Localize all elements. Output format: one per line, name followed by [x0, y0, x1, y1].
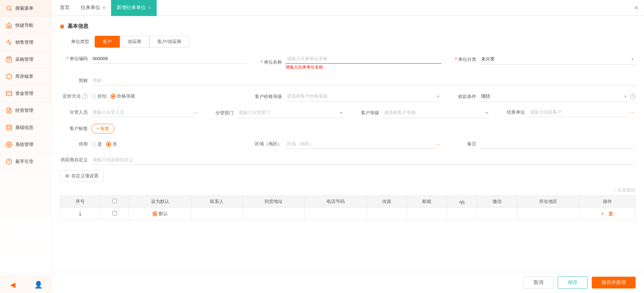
- remark-field: 备注: [448, 139, 636, 149]
- disabled-radio-no[interactable]: 否: [106, 141, 117, 147]
- guide-icon: [6, 158, 13, 165]
- search-icon: [6, 5, 13, 12]
- dept-select[interactable]: 请输入分管部门 ▼: [237, 107, 345, 118]
- cell-region: [517, 208, 579, 220]
- col-address: 到货地址: [242, 196, 305, 208]
- unit-category-select[interactable]: 未分类 ▼: [480, 54, 636, 65]
- manager-field: 分管人员 ···: [60, 107, 199, 117]
- svg-point-7: [7, 125, 11, 127]
- manager-input[interactable]: [91, 107, 192, 117]
- sidebar-item-search[interactable]: 搜索菜单: [0, 0, 51, 17]
- customer-price-field: 客户价格等级 请选择客户价格等级 ▼: [254, 91, 441, 102]
- sidebar-item-finance[interactable]: 资金管理: [0, 85, 51, 102]
- default-radio-item[interactable]: 默认: [133, 211, 188, 217]
- sidebar-item-system[interactable]: 系统管理: [0, 136, 51, 153]
- customer-level-field: 客户等级 请选择客户等级 ▼: [351, 107, 490, 118]
- sidebar: 搜索菜单 快捷导航 销售管理 采购管理 库存核算 资金管理 经营管理: [0, 0, 52, 293]
- sidebar-item-inventory[interactable]: 库存核算: [0, 68, 51, 85]
- window-close-btn[interactable]: ✕: [631, 5, 641, 11]
- add-tag-btn[interactable]: + 标签: [91, 124, 115, 133]
- sidebar-item-purchase[interactable]: 采购管理: [0, 51, 51, 68]
- col-default: 设为默认: [129, 196, 191, 208]
- chart-icon: [6, 39, 13, 46]
- save-button[interactable]: 保存: [558, 276, 588, 289]
- unit-name-input[interactable]: [285, 54, 441, 64]
- unit-code-field: 单位编码: [60, 54, 247, 64]
- tab-new-partner[interactable]: 新增往来单位 ✕: [111, 0, 157, 16]
- disabled-radio-group: 是 否: [91, 139, 117, 149]
- customer-level-chevron: ▼: [485, 111, 489, 115]
- sidebar-user-btn[interactable]: 👤: [26, 276, 52, 293]
- col-qq: qq: [447, 196, 477, 208]
- disabled-field: 停用 是 否: [60, 139, 247, 149]
- area-input[interactable]: [285, 139, 434, 149]
- row-checkbox[interactable]: [112, 211, 117, 215]
- billing-unit-ellipsis-btn[interactable]: ···: [629, 109, 636, 115]
- supplier-custom-input[interactable]: [91, 155, 636, 165]
- disabled-no-circle: [106, 142, 111, 147]
- wallet-icon: [6, 90, 13, 97]
- cell-contact: [191, 208, 242, 220]
- unit-type-both-btn[interactable]: 客户/供应商: [149, 36, 189, 48]
- price-level-radio-circle: [111, 94, 116, 99]
- pricing-help-icon[interactable]: ?: [82, 93, 88, 99]
- customer-level-select[interactable]: 请选择客户等级 ▼: [383, 107, 490, 118]
- save-new-button[interactable]: 保存并新增: [592, 277, 636, 288]
- sidebar-collapse-btn[interactable]: ◀: [0, 276, 26, 293]
- disabled-radio-yes[interactable]: 是: [91, 141, 102, 147]
- col-check: [100, 196, 129, 208]
- cell-check: [100, 208, 129, 220]
- svg-rect-3: [6, 91, 12, 96]
- sidebar-item-operation[interactable]: 经营管理: [0, 102, 51, 119]
- bag-icon: [6, 56, 13, 63]
- tab-new-partner-close[interactable]: ✕: [148, 6, 151, 10]
- cancel-button[interactable]: 取消: [524, 276, 553, 289]
- tab-home[interactable]: 首页: [54, 0, 75, 16]
- area-ellipsis-btn[interactable]: ···: [434, 141, 441, 147]
- section-title: ▣ 基本信息: [60, 23, 636, 30]
- section-icon: ▣: [60, 24, 64, 29]
- manager-ellipsis-btn[interactable]: ···: [192, 109, 199, 115]
- payment-field: 收款条件 现结 ▼ ?: [448, 91, 636, 102]
- select-all-checkbox[interactable]: [112, 199, 117, 203]
- abbr-input[interactable]: [91, 76, 636, 86]
- unit-type-customer-btn[interactable]: 客户: [95, 36, 120, 48]
- cell-action: + 🗑: [579, 208, 636, 220]
- remark-input[interactable]: [480, 139, 636, 149]
- add-row-btn[interactable]: +: [599, 211, 605, 217]
- main-area: 首页 往来单位 ✕ 新增往来单位 ✕ ✕ ▣ 基本信息 单位类型 客户 供应商 …: [52, 0, 644, 293]
- payment-select[interactable]: 现结 ▼: [480, 91, 629, 102]
- tab-partners-close[interactable]: ✕: [102, 6, 105, 10]
- sidebar-item-basic[interactable]: 基础信息: [0, 119, 51, 136]
- unit-category-field: 单位分类 未分类 ▼: [448, 54, 636, 65]
- custom-settings-section: ⚙ 自定义项设置: [60, 170, 636, 186]
- form-row-3: 定价方法 ? 折扣 价格等级 客户价格等级: [60, 91, 636, 102]
- custom-settings-btn[interactable]: ⚙ 自定义项设置: [60, 170, 104, 181]
- payment-help-icon[interactable]: ?: [630, 94, 636, 99]
- batch-delete-row[interactable]: □ 批量删除: [60, 187, 636, 193]
- contacts-table: 序号 设为默认 联系人 到货地址 电话号码 传真 邮箱 qq 微信 所在地区 操…: [60, 195, 636, 220]
- unit-name-field: 单位名称 请输入往来单位名称: [254, 54, 441, 70]
- sidebar-item-guide[interactable]: 新手引导: [0, 153, 51, 170]
- dept-chevron: ▼: [339, 111, 343, 115]
- customer-price-select[interactable]: 请选择客户价格等级 ▼: [285, 91, 441, 102]
- sidebar-item-quicknav[interactable]: 快捷导航: [0, 17, 51, 34]
- pricing-radio-price-level[interactable]: 价格等级: [111, 93, 135, 99]
- batch-delete-icon: □: [613, 188, 616, 193]
- discount-radio-circle: [91, 94, 96, 99]
- billing-unit-input[interactable]: [528, 107, 629, 117]
- pricing-label: 定价方法 ?: [60, 93, 91, 99]
- pricing-field: 定价方法 ? 折扣 价格等级: [60, 91, 247, 101]
- cell-index: 1: [60, 208, 100, 220]
- chevron-down-icon: ▼: [631, 57, 634, 61]
- unit-code-input[interactable]: [91, 54, 247, 64]
- col-contact: 联系人: [191, 196, 242, 208]
- delete-row-btn[interactable]: 🗑: [607, 211, 615, 217]
- cell-default: 默认: [129, 208, 191, 220]
- pricing-radio-discount[interactable]: 折扣: [91, 93, 107, 99]
- tab-partners[interactable]: 往来单位 ✕: [75, 0, 111, 16]
- gear-icon: [6, 141, 13, 148]
- form-footer: 取消 保存 保存并新增: [52, 272, 644, 293]
- unit-type-supplier-btn[interactable]: 供应商: [120, 36, 149, 48]
- sidebar-item-sales[interactable]: 销售管理: [0, 34, 51, 51]
